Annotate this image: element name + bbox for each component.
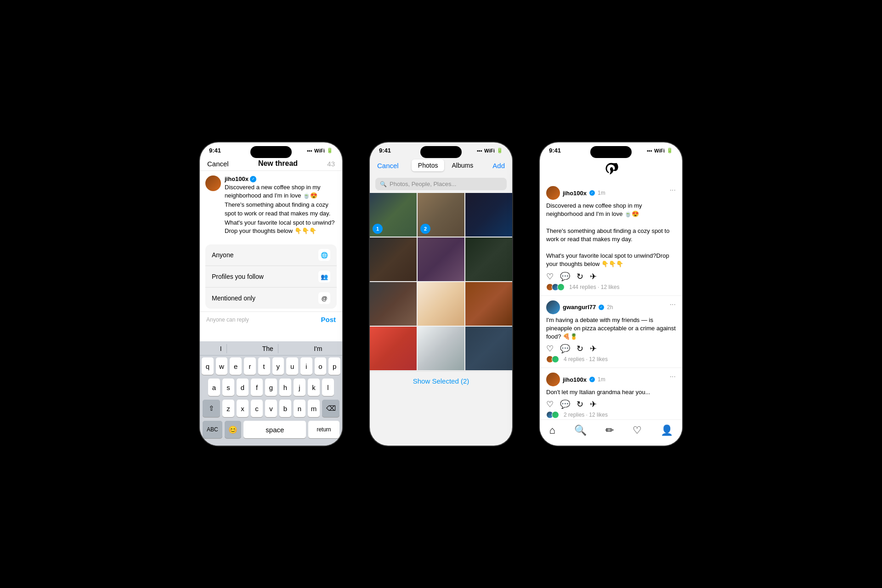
suggestion-i[interactable]: I <box>215 344 227 353</box>
share-icon-3[interactable]: ✈ <box>590 399 597 409</box>
key-d[interactable]: d <box>237 379 249 396</box>
key-l[interactable]: l <box>322 379 334 396</box>
key-c[interactable]: c <box>251 400 263 417</box>
key-g[interactable]: g <box>265 379 277 396</box>
suggestion-the[interactable]: The <box>258 344 278 353</box>
photo-cell-10[interactable] <box>370 327 417 370</box>
share-icon-2[interactable]: ✈ <box>590 344 597 354</box>
photo-cell-12[interactable] <box>465 327 512 370</box>
keyboard[interactable]: I The I'm q w e r t y u i o p a s d f g … <box>200 341 342 446</box>
repost-icon-2[interactable]: ↻ <box>577 344 583 354</box>
photo-cell-4[interactable] <box>370 237 417 281</box>
key-f[interactable]: f <box>251 379 263 396</box>
photo-cell-11[interactable] <box>418 327 464 370</box>
post-3-avatar[interactable] <box>546 373 560 386</box>
post-1-reply-avatars <box>546 283 565 291</box>
keyboard-row-2: a s d f g h j k l <box>200 377 342 398</box>
like-icon-3[interactable]: ♡ <box>546 399 554 409</box>
key-abc[interactable]: ABC <box>203 421 222 438</box>
photo-cell-3[interactable] <box>465 193 512 237</box>
key-r[interactable]: r <box>244 357 256 375</box>
reply-dropdown: Anyone 🌐 Profiles you follow 👥 Mentioned… <box>205 244 337 309</box>
battery-icon-2: 🔋 <box>497 147 503 153</box>
key-z[interactable]: z <box>222 400 234 417</box>
key-y[interactable]: y <box>272 357 284 375</box>
thread-text-3[interactable]: What's your favorite local spot to unwin… <box>225 219 337 235</box>
post-3-author-info: jiho100x ✓ 1m <box>546 373 605 386</box>
feed-scroll[interactable]: jiho100x ✓ 1m ··· Discovered a new coffe… <box>540 181 682 434</box>
nav-profile-icon[interactable]: 👤 <box>661 424 673 436</box>
keyboard-row-1: q w e r t y u i o p <box>200 356 342 377</box>
comment-icon-1[interactable]: 💬 <box>560 271 570 282</box>
post-2-avatar[interactable] <box>546 300 560 314</box>
suggestion-im[interactable]: I'm <box>309 344 327 353</box>
feed-post-1: jiho100x ✓ 1m ··· Discovered a new coffe… <box>540 181 682 296</box>
cancel-button[interactable]: Cancel <box>207 160 229 168</box>
verified-badge: ✓ <box>250 176 256 182</box>
post-1-avatar[interactable] <box>546 186 560 200</box>
photo-cell-9[interactable] <box>465 282 512 326</box>
post-1-time: 1m <box>598 190 605 196</box>
thread-text-1[interactable]: Discovered a new coffee shop in my neigh… <box>225 183 337 200</box>
key-delete[interactable]: ⌫ <box>322 400 339 417</box>
reply-option-mentioned[interactable]: Mentioned only @ <box>205 288 337 309</box>
tab-albums[interactable]: Albums <box>445 159 480 171</box>
like-icon-1[interactable]: ♡ <box>546 271 554 282</box>
key-j[interactable]: j <box>294 379 305 396</box>
photo-cell-6[interactable] <box>465 237 512 281</box>
key-t[interactable]: t <box>258 357 270 375</box>
nav-compose-icon[interactable]: ✏ <box>605 424 614 436</box>
key-h[interactable]: h <box>279 379 291 396</box>
key-u[interactable]: u <box>286 357 298 375</box>
photo-search-bar[interactable]: 🔍 Photos, People, Places... <box>375 178 507 190</box>
show-selected-button[interactable]: Show Selected (2) <box>370 371 512 390</box>
key-w[interactable]: w <box>216 357 228 375</box>
key-return[interactable]: return <box>308 421 339 438</box>
photo-cell-5[interactable] <box>418 237 464 281</box>
photo-cell-7[interactable] <box>370 282 417 326</box>
key-shift[interactable]: ⇧ <box>203 400 220 417</box>
post-2-actions: ♡ 💬 ↻ ✈ <box>546 344 676 354</box>
share-icon-1[interactable]: ✈ <box>590 271 597 282</box>
time-2: 9:41 <box>379 147 391 154</box>
thread-text-2[interactable]: There's something about finding a cozy s… <box>225 201 337 217</box>
tab-photos[interactable]: Photos <box>412 159 445 171</box>
post-3-more-button[interactable]: ··· <box>670 373 676 381</box>
nav-heart-icon[interactable]: ♡ <box>633 424 642 436</box>
key-k[interactable]: k <box>308 379 320 396</box>
key-b[interactable]: b <box>279 400 291 417</box>
photo-cell-1[interactable]: 1 <box>370 193 417 237</box>
key-m[interactable]: m <box>308 400 320 417</box>
comment-icon-2[interactable]: 💬 <box>560 344 570 354</box>
key-p[interactable]: p <box>328 357 340 375</box>
key-space[interactable]: space <box>243 421 306 438</box>
repost-icon-3[interactable]: ↻ <box>577 399 583 409</box>
key-a[interactable]: a <box>208 379 220 396</box>
key-v[interactable]: v <box>265 400 277 417</box>
key-q[interactable]: q <box>202 357 214 375</box>
post-1-more-button[interactable]: ··· <box>670 186 676 194</box>
photo-badge-1: 1 <box>373 224 383 234</box>
post-1-author: jiho100x <box>563 190 587 197</box>
nav-search-icon[interactable]: 🔍 <box>574 424 587 436</box>
key-s[interactable]: s <box>222 379 234 396</box>
author-row: jiho100x ✓ Discovered a new coffee shop … <box>205 175 337 235</box>
photo-cancel-button[interactable]: Cancel <box>377 162 399 170</box>
repost-icon-1[interactable]: ↻ <box>577 271 583 282</box>
key-i[interactable]: i <box>300 357 312 375</box>
photo-cell-8[interactable] <box>418 282 464 326</box>
key-n[interactable]: n <box>294 400 305 417</box>
key-x[interactable]: x <box>237 400 249 417</box>
key-o[interactable]: o <box>315 357 327 375</box>
like-icon-2[interactable]: ♡ <box>546 344 554 354</box>
reply-option-anyone[interactable]: Anyone 🌐 <box>205 244 337 266</box>
comment-icon-3[interactable]: 💬 <box>560 399 570 409</box>
key-emoji[interactable]: 😊 <box>225 421 242 438</box>
photo-add-button[interactable]: Add <box>492 162 505 170</box>
post-2-more-button[interactable]: ··· <box>670 300 676 309</box>
photo-cell-2[interactable]: 2 <box>418 193 464 237</box>
reply-option-profiles[interactable]: Profiles you follow 👥 <box>205 266 337 288</box>
key-e[interactable]: e <box>230 357 242 375</box>
nav-home-icon[interactable]: ⌂ <box>549 424 555 436</box>
post-button[interactable]: Post <box>321 316 336 323</box>
